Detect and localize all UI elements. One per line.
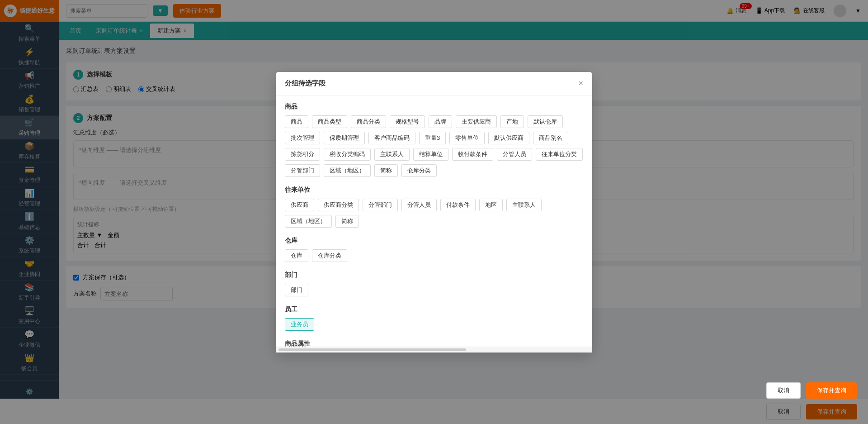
field-tag[interactable]: 产地 [500,115,524,128]
modal-cancel-btn[interactable]: 取消 [766,382,801,399]
field-tag[interactable]: 默认供应商 [488,132,529,144]
field-tag[interactable]: 往来单位分类 [536,148,583,161]
field-tag[interactable]: 区域（地区） [324,164,371,177]
modal-title: 分组待选字段 [285,79,326,88]
field-tag[interactable]: 默认仓库 [528,115,563,128]
modal-overlay: 分组待选字段 × 商品 商品 商品类型 商品分类 规格型号 品牌 主要供应商 产… [0,0,868,424]
section-partner-title: 往来单位 [285,186,583,194]
modal-confirm-btn[interactable]: 保存并查询 [806,382,857,399]
field-tag[interactable]: 简称 [374,164,398,177]
field-tag[interactable]: 区域（地区） [285,215,332,228]
field-tag-staff-salesperson[interactable]: 业务员 [285,318,314,331]
section-product-attr: 商品属性 属性 颜色 多规格 尺码 鞋码 1 [285,340,583,347]
field-tag[interactable]: 结算单位 [413,148,448,161]
field-selection-modal: 分组待选字段 × 商品 商品 商品类型 商品分类 规格型号 品牌 主要供应商 产… [276,72,592,353]
field-tag[interactable]: 仓库分类 [312,249,347,262]
field-tag[interactable]: 零售单位 [449,132,485,144]
section-department: 部门 部门 [285,271,583,296]
modal-body: 商品 商品 商品类型 商品分类 规格型号 品牌 主要供应商 产地 默认仓库 批次… [276,95,592,347]
section-staff-title: 员工 [285,305,583,314]
modal-footer-buttons: 取消 保存并查询 [766,382,857,399]
modal-header: 分组待选字段 × [276,72,592,95]
field-tag[interactable]: 商品别名 [533,132,568,144]
field-tag[interactable]: 重量3 [419,132,446,144]
field-tag[interactable]: 主联系人 [374,148,410,161]
field-tag[interactable]: 简称 [335,215,359,228]
staff-fields: 业务员 [285,318,583,331]
field-tag[interactable]: 分管部门 [285,164,320,177]
section-warehouse: 仓库 仓库 仓库分类 [285,237,583,262]
modal-close-btn[interactable]: × [578,79,583,87]
field-tag[interactable]: 拣货积分 [285,148,320,161]
hscrollbar-thumb[interactable] [278,348,466,351]
field-tag[interactable]: 品牌 [429,115,452,128]
section-warehouse-title: 仓库 [285,237,583,245]
field-tag[interactable]: 供应商 [285,199,314,211]
field-tag[interactable]: 部门 [285,284,308,296]
field-tag[interactable]: 分管人员 [401,199,437,211]
field-tag[interactable]: 仓库分类 [401,164,437,177]
department-fields: 部门 [285,284,583,296]
partner-fields: 供应商 供应商分类 分管部门 分管人员 付款条件 地区 主联系人 区域（地区） … [285,199,583,228]
section-department-title: 部门 [285,271,583,279]
field-tag[interactable]: 主要供应商 [456,115,497,128]
section-staff: 员工 业务员 [285,305,583,331]
section-product: 商品 商品 商品类型 商品分类 规格型号 品牌 主要供应商 产地 默认仓库 批次… [285,103,583,177]
field-tag[interactable]: 税收分类编码 [324,148,371,161]
field-tag[interactable]: 地区 [479,199,503,211]
field-tag[interactable]: 商品类型 [312,115,347,128]
field-tag[interactable]: 商品 [285,115,308,128]
field-tag[interactable]: 批次管理 [285,132,320,144]
field-tag[interactable]: 供应商分类 [318,199,359,211]
field-tag[interactable]: 收付款条件 [452,148,493,161]
warehouse-fields: 仓库 仓库分类 [285,249,583,262]
field-tag[interactable]: 分管人员 [497,148,532,161]
section-partner: 往来单位 供应商 供应商分类 分管部门 分管人员 付款条件 地区 主联系人 区域… [285,186,583,228]
field-tag[interactable]: 分管部门 [363,199,398,211]
section-product-title: 商品 [285,103,583,111]
field-tag[interactable]: 规格型号 [390,115,425,128]
field-tag[interactable]: 主联系人 [506,199,542,211]
field-tag[interactable]: 付款条件 [440,199,476,211]
field-tag[interactable]: 商品分类 [351,115,386,128]
section-attr-title: 商品属性 [285,340,583,347]
product-fields: 商品 商品类型 商品分类 规格型号 品牌 主要供应商 产地 默认仓库 批次管理 … [285,115,583,177]
field-tag[interactable]: 客户商品编码 [368,132,415,144]
modal-hscrollbar[interactable] [276,347,592,352]
field-tag[interactable]: 仓库 [285,249,308,262]
field-tag[interactable]: 保质期管理 [324,132,365,144]
